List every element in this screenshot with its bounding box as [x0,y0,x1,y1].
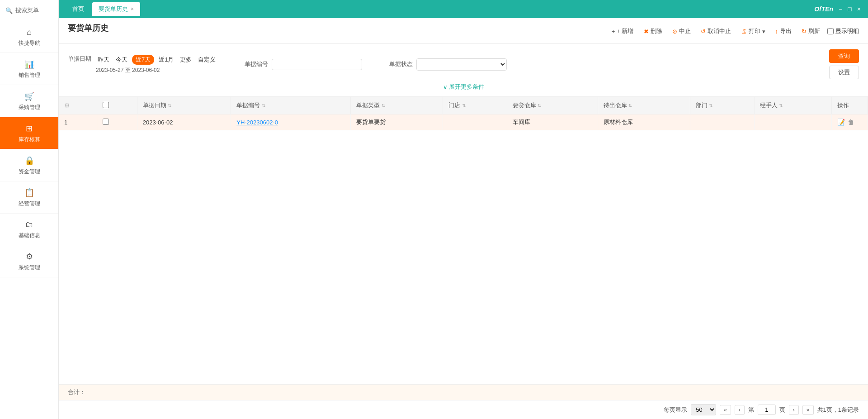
footer-summary: 合计： [59,384,868,400]
sidebar-search[interactable]: 🔍 搜索菜单 [0,0,58,21]
status-filter: 单据状态 [389,58,507,71]
main-content: 首页 要货单历史 × OfTEn − □ × 要货单历史 + + 新增 ✖ 删除… [59,0,868,419]
row-checkbox[interactable] [103,119,109,125]
data-table: ⚙ 单据日期 ⇅ 单据编号 ⇅ 单据类型 ⇅ 门店 ⇅ 要货仓库 ⇅ 待出仓库 … [59,97,868,130]
cancel-stop-button[interactable]: ↺ 取消中止 [698,25,734,37]
date-btn-7days[interactable]: 近7天 [132,55,154,65]
new-button[interactable]: + + 新增 [609,25,637,37]
print-button[interactable]: 🖨 打印 ▾ [738,25,768,37]
purchase-icon: 🛒 [24,91,34,101]
select-all-checkbox[interactable] [103,102,109,108]
last-page-button[interactable]: » [802,405,814,415]
sidebar-item-purchase[interactable]: 🛒 采购管理 [0,85,58,117]
shortcut-icon: ⌂ [27,28,32,37]
per-page-label: 每页显示 [664,406,687,414]
system-icon: ⚙ [26,252,33,262]
print-icon: 🖨 [741,28,747,35]
date-btn-1month[interactable]: 近1月 [157,55,175,65]
sidebar-search-label: 搜索菜单 [15,6,39,14]
sidebar-item-label: 采购管理 [19,104,40,111]
sidebar-item-label: 快捷导航 [19,39,40,47]
page-label-after: 页 [779,406,785,414]
col-date: 单据日期 ⇅ [137,97,231,114]
per-page-select[interactable]: 50 100 [691,404,716,415]
doc-no-link[interactable]: YH-20230602-0 [236,119,278,126]
date-range-display: 2023-05-27 至 2023-06-02 [96,67,217,74]
col-store: 门店 ⇅ [443,97,507,114]
cell-actions: 📝 🗑 [832,114,868,130]
delete-icon: ✖ [644,28,649,35]
refresh-icon: ↻ [802,28,807,35]
edit-icon[interactable]: 📝 [837,119,845,126]
date-filters: 昨天 今天 近7天 近1月 更多 自定义 [96,55,217,65]
sidebar-item-finance[interactable]: 🔒 资金管理 [0,149,58,181]
tab-active[interactable]: 要货单历史 × [92,2,140,16]
export-button[interactable]: ↑ 导出 [773,25,795,37]
first-page-button[interactable]: « [720,405,731,415]
minimize-icon[interactable]: − [839,5,842,13]
inventory-icon: ⊞ [26,124,33,133]
sidebar-item-inventory[interactable]: ⊞ 库存核算 [0,117,58,149]
settings-gear-icon[interactable]: ⚙ [64,102,70,109]
col-settings: ⚙ [59,97,97,114]
sidebar-item-label: 系统管理 [19,264,40,271]
date-btn-yesterday[interactable]: 昨天 [96,55,111,65]
refresh-button[interactable]: ↻ 刷新 [799,25,823,37]
page-label-before: 第 [748,406,754,414]
sidebar-item-sales[interactable]: 📊 销售管理 [0,53,58,85]
sidebar-item-basic[interactable]: 🗂 基础信息 [0,214,58,245]
doc-no-input[interactable] [272,59,362,70]
page-number-input[interactable] [758,405,776,415]
col-pending-warehouse: 待出仓库 ⇅ [598,97,690,114]
date-btn-custom[interactable]: 自定义 [196,55,217,65]
total-info: 共1页，1条记录 [817,406,859,414]
status-select[interactable] [416,58,507,71]
cell-pending-warehouse: 原材料仓库 [598,114,690,130]
topbar-right: OfTEn − □ × [814,5,861,13]
next-page-button[interactable]: › [789,405,799,415]
settings-button[interactable]: 设置 [829,66,859,79]
prev-page-button[interactable]: ‹ [735,405,745,415]
page-header-toolbar: 要货单历史 + + 新增 ✖ 删除 ⊘ 中止 ↺ 取消中止 🖨 打印 ▾ [59,18,868,44]
cell-store [443,114,507,130]
tab-close-icon[interactable]: × [131,6,134,12]
table-container: ⚙ 单据日期 ⇅ 单据编号 ⇅ 单据类型 ⇅ 门店 ⇅ 要货仓库 ⇅ 待出仓库 … [59,97,868,384]
stop-icon: ⊘ [672,28,677,35]
delete-label: 删除 [651,27,662,35]
expand-icon: ∨ [443,84,448,90]
action-buttons: 查询 设置 [829,49,859,79]
date-btn-today[interactable]: 今天 [114,55,129,65]
col-department: 部门 ⇅ [690,97,754,114]
sidebar-item-operations[interactable]: 📋 经营管理 [0,181,58,214]
tab-active-label: 要货单历史 [99,5,128,13]
status-label: 单据状态 [389,60,413,68]
date-btn-more[interactable]: 更多 [178,55,193,65]
summary-label: 合计： [68,389,85,395]
stop-button[interactable]: ⊘ 中止 [670,25,693,37]
display-detail-checkbox[interactable] [827,28,834,34]
cancel-stop-icon: ↺ [701,28,706,35]
maximize-icon[interactable]: □ [848,5,851,13]
query-button[interactable]: 查询 [829,49,859,63]
sidebar-item-label: 经营管理 [19,200,40,208]
col-doc-no: 单据编号 ⇅ [231,97,351,114]
expand-button[interactable]: ∨ 展开更多条件 [443,83,484,91]
sidebar: 🔍 搜索菜单 ⌂ 快捷导航 📊 销售管理 🛒 采购管理 ⊞ 库存核算 🔒 资金管… [0,0,59,419]
sidebar-item-label: 资金管理 [19,168,40,176]
sales-icon: 📊 [24,59,34,69]
delete-button[interactable]: ✖ 删除 [641,25,665,37]
sidebar-item-label: 基础信息 [19,232,40,239]
date-filter-label: 单据日期 [68,55,91,63]
delete-row-icon[interactable]: 🗑 [848,119,854,126]
topbar: 首页 要货单历史 × OfTEn − □ × [59,0,868,18]
close-icon[interactable]: × [857,5,861,13]
display-detail-label: 显示明细 [835,27,859,35]
sidebar-item-system[interactable]: ⚙ 系统管理 [0,245,58,277]
tab-home-label: 首页 [72,5,84,12]
cell-doc-type: 要货单要货 [350,114,443,130]
cell-doc-no: YH-20230602-0 [231,114,351,130]
display-detail[interactable]: 显示明细 [827,27,859,35]
sidebar-item-shortcut[interactable]: ⌂ 快捷导航 [0,21,58,53]
tab-home[interactable]: 首页 [66,2,90,16]
page-title: 要货单历史 [68,23,108,33]
